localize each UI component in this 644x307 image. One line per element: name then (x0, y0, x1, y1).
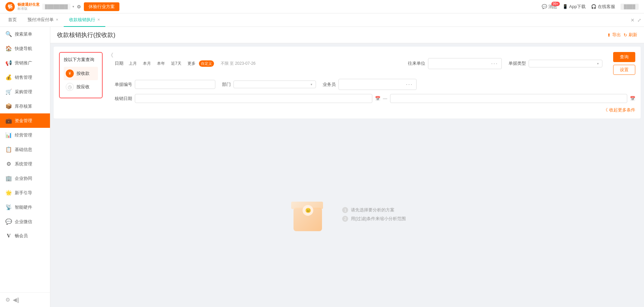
counterparty-dots[interactable]: ··· (491, 60, 498, 67)
counterparty-field-group: 往来单位 ··· (408, 58, 502, 69)
sidebar-item-search-menu[interactable]: 🔍 搜索菜单 (0, 27, 50, 41)
more-btn[interactable]: 更多 (185, 60, 198, 67)
sidebar-item-label: 畅会员 (15, 233, 28, 239)
enterprise-icon: 🏢 (5, 175, 12, 182)
sidebar-item-enterprise[interactable]: 🏢 企业协同 (0, 171, 50, 186)
custom-badge: 自定义 (199, 60, 214, 67)
staff-select[interactable]: ··· (338, 79, 417, 90)
counterparty-select[interactable]: ··· (428, 58, 502, 69)
sidebar-bottom: ⚙ ◀‖ (0, 292, 50, 307)
order-type-field-group: 单据类型 ▾ (508, 60, 602, 67)
query-button[interactable]: 查询 (613, 52, 635, 62)
quick-nav-icon: 🏠 (5, 45, 12, 52)
sidebar-item-capital[interactable]: 💼 资金管理 (0, 113, 50, 128)
staff-field-group: 业务员 ··· (323, 79, 417, 90)
sidebar-item-guide[interactable]: 🌟 新手引导 (0, 186, 50, 200)
tab-receipt-verify-close[interactable]: ✕ (97, 18, 100, 21)
tab-expand-icon[interactable]: ⤢ (637, 17, 641, 23)
tab-prepay[interactable]: 预付冲应付单 ✕ (22, 13, 64, 27)
tab-prepay-close[interactable]: ✕ (56, 18, 58, 21)
dept-arrow: ▾ (311, 83, 312, 86)
sidebar-item-marketing[interactable]: 📢 营销推广 (0, 56, 50, 70)
sidebar-item-basic-info[interactable]: 📋 基础信息 (0, 142, 50, 157)
last-7days-btn[interactable]: 近7天 (168, 60, 184, 67)
system-icon: ⚙ (5, 161, 12, 167)
search-menu-icon: 🔍 (5, 31, 12, 37)
action-buttons: 查询 设置 (613, 52, 635, 75)
verify-date-field-group: 核销日期 2023-03-01 📅 — 2023-07-21 📅 (115, 94, 635, 103)
this-month-btn[interactable]: 本月 (140, 60, 154, 67)
staff-dots[interactable]: ··· (406, 81, 413, 88)
sidebar-item-hardware[interactable]: 📡 智能硬件 (0, 200, 50, 214)
export-button[interactable]: ⬆ 导出 (607, 32, 621, 38)
tab-home[interactable]: 首页 (3, 13, 22, 27)
page-title: 收款核销执行(按收款) (57, 31, 115, 43)
tab-receipt-verify[interactable]: 收款核销执行 ✕ (64, 13, 105, 27)
sidebar-settings-icon[interactable]: ⚙ (5, 297, 10, 303)
panel-collapse-btn[interactable]: 《 (108, 52, 115, 59)
tip-num-1: 1 (342, 207, 348, 213)
date-no-limit: 不限 至 2023-07-26 (221, 61, 401, 66)
workspace-dropdown-icon[interactable]: ▾ (72, 5, 74, 8)
member-icon: V (5, 233, 12, 239)
guide-icon: 🌟 (5, 190, 12, 196)
date-buttons: 上月 本月 本年 近7天 更多 自定义 (126, 60, 214, 67)
empty-illustration: 😐 (288, 198, 329, 231)
sidebar-item-label: 采购管理 (15, 89, 32, 95)
app-download-label: App下载 (569, 4, 586, 10)
sidebar-collapse-icon[interactable]: ◀‖ (13, 297, 19, 303)
order-type-select[interactable]: ▾ (529, 60, 602, 67)
message-icon: 💬 (542, 4, 547, 9)
query-type-by-receipt[interactable]: ¥ 按收款 (64, 67, 98, 80)
order-no-input[interactable] (135, 80, 215, 89)
sales-icon: 💰 (5, 74, 12, 81)
filter-fields: 日期 上月 本月 本年 近7天 更多 自定义 不限 (115, 52, 635, 113)
query-type-panel: 按以下方案查询 ¥ 按收款 ◷ 按应收 (59, 52, 103, 98)
tab-close-all-icon[interactable]: ✕ (631, 17, 635, 23)
user-area[interactable]: ████ (621, 4, 639, 10)
sidebar-item-label: 搜索菜单 (15, 31, 32, 37)
this-year-btn[interactable]: 本年 (154, 60, 168, 67)
refresh-button[interactable]: ↻ 刷新 (624, 32, 637, 38)
counterparty-label: 往来单位 (408, 60, 425, 66)
sidebar-item-purchase[interactable]: 🛒 采购管理 (0, 85, 50, 99)
sidebar-item-label: 新手引导 (15, 190, 32, 196)
by-receipt-icon: ¥ (66, 69, 74, 78)
calendar-start-icon[interactable]: 📅 (375, 96, 380, 101)
refresh-icon: ↻ (624, 33, 627, 38)
online-service-btn[interactable]: 🎧 在线客服 (591, 4, 615, 10)
date-range-separator: — (383, 96, 387, 101)
filter-wrapper: 按以下方案查询 ¥ 按收款 ◷ 按应收 《 (54, 47, 641, 118)
settings-button[interactable]: 设置 (613, 65, 635, 75)
sidebar-item-sales[interactable]: 💰 销售管理 (0, 70, 50, 85)
tab-bar-actions: ✕ ⤢ (631, 17, 641, 23)
brand-name: 畅捷通好生意 (17, 2, 40, 7)
sidebar-item-label: 经营管理 (15, 132, 32, 138)
gear-icon[interactable]: ⚙ (77, 4, 81, 9)
sidebar-item-system[interactable]: ⚙ 系统管理 (0, 157, 50, 171)
industry-button[interactable]: 休验行业方案 (84, 2, 119, 11)
purchase-icon: 🛒 (5, 89, 12, 95)
message-btn[interactable]: 💬 消息 99+ (542, 4, 557, 10)
last-month-btn[interactable]: 上月 (126, 60, 140, 67)
order-no-label: 单据编号 (115, 82, 132, 88)
empty-tip-1: 1 请先选择要分析的方案 (342, 207, 406, 213)
sidebar-item-member[interactable]: V 畅会员 (0, 229, 50, 243)
export-icon: ⬆ (607, 33, 611, 38)
app-download-btn[interactable]: 📱 App下载 (562, 4, 586, 10)
by-receipt-label: 按收款 (76, 70, 90, 76)
sidebar-item-quick-nav[interactable]: 🏠 快捷导航 (0, 41, 50, 56)
sidebar-item-inventory[interactable]: 📦 库存核算 (0, 99, 50, 113)
app-download-icon: 📱 (562, 4, 568, 9)
query-type-by-receivable[interactable]: ◷ 按应收 (64, 80, 98, 94)
verify-date-end-input[interactable]: 2023-07-21 (390, 94, 628, 103)
collapse-more-row: 《 收起更多条件 (115, 107, 635, 113)
collapse-more-btn[interactable]: 《 收起更多条件 (603, 107, 635, 113)
dept-select[interactable]: ▾ (233, 81, 316, 88)
sidebar-item-label: 智能硬件 (15, 204, 32, 210)
order-type-arrow: ▾ (597, 62, 599, 65)
verify-date-start-input[interactable]: 2023-03-01 (135, 94, 372, 103)
calendar-end-icon[interactable]: 📅 (630, 96, 635, 101)
sidebar-item-operations[interactable]: 📊 经营管理 (0, 128, 50, 142)
sidebar-item-wechat[interactable]: 💬 企业微信 (0, 214, 50, 229)
